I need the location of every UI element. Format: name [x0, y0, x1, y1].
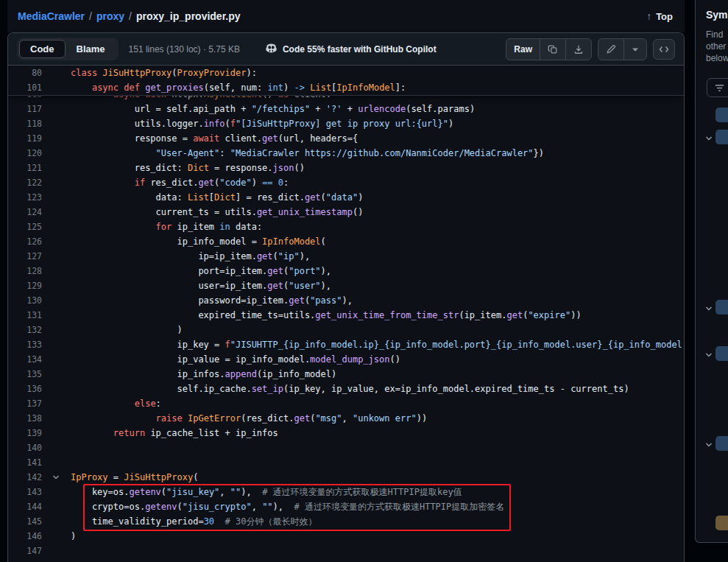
- line-number-124[interactable]: 124: [8, 205, 46, 219]
- symbols-panel-title: Sym: [706, 9, 728, 21]
- line-number-134[interactable]: 134: [8, 352, 46, 367]
- line-number-142[interactable]: 142: [8, 470, 46, 485]
- toolbar-actions: Raw: [506, 38, 675, 60]
- tab-blame[interactable]: Blame: [66, 40, 116, 58]
- line-number-119[interactable]: 119: [8, 131, 46, 146]
- line-number-130[interactable]: 130: [8, 293, 46, 308]
- chevron-down-icon[interactable]: [704, 349, 713, 358]
- line-number-137[interactable]: 137: [8, 396, 46, 411]
- line-number-147[interactable]: 147: [8, 544, 46, 558]
- code-text: utils.logger.info(f"[JiSuHttpProxy] get …: [71, 116, 453, 131]
- copy-button[interactable]: [540, 39, 566, 60]
- line-number-125[interactable]: 125: [8, 219, 46, 234]
- fold-toggle-142[interactable]: [46, 470, 71, 485]
- file-toolbar: Code Blame 151 lines (130 loc) · 5.75 KB…: [8, 33, 684, 66]
- line-number-141[interactable]: 141: [8, 455, 46, 470]
- chevron-down-icon[interactable]: [704, 439, 713, 448]
- line-number-129[interactable]: 129: [8, 278, 46, 293]
- code-line-129: 129 user=ip_item.get("user"),: [8, 278, 684, 293]
- code-text: for ip_item in data:: [71, 219, 262, 234]
- code-line-135: 135 ip_infos.append(ip_info_model): [8, 367, 684, 382]
- copilot-icon: [265, 43, 278, 55]
- line-number-135[interactable]: 135: [8, 367, 46, 382]
- line-number-117[interactable]: 117: [8, 102, 46, 116]
- line-number-143[interactable]: 143: [8, 485, 46, 499]
- raw-button[interactable]: Raw: [506, 39, 540, 60]
- line-number-132[interactable]: 132: [8, 323, 46, 337]
- line-number-126[interactable]: 126: [8, 234, 46, 249]
- file-container: Code Blame 151 lines (130 loc) · 5.75 KB…: [7, 32, 685, 562]
- chevron-down-icon[interactable]: [704, 133, 713, 141]
- edit-button[interactable]: [598, 39, 624, 60]
- code-line-133: 133 ip_key = f"JISUHTTP_{ip_info_model.i…: [8, 337, 684, 352]
- symbols-toggle-button[interactable]: [653, 39, 675, 60]
- line-number-127[interactable]: 127: [8, 249, 46, 264]
- line-number-131[interactable]: 131: [8, 308, 46, 323]
- code-text: ): [71, 323, 183, 337]
- breadcrumb-repo-link[interactable]: MediaCrawler: [18, 10, 85, 22]
- fold-gutter: [46, 249, 71, 264]
- fold-gutter: [46, 66, 71, 80]
- code-text: "User-Agent": "MediaCrawler https://gith…: [71, 146, 544, 161]
- line-number-136[interactable]: 136: [8, 382, 46, 396]
- code-text: user=ip_item.get("user"),: [71, 278, 331, 293]
- line-number-121[interactable]: 121: [8, 161, 46, 175]
- code-line-121: 121 res_dict: Dict = response.json(): [8, 161, 684, 175]
- code-line-130: 130 password=ip_item.get("pass"),: [8, 293, 684, 308]
- symbols-panel-description: Findotherbelow: [706, 29, 728, 64]
- fold-gutter: [46, 514, 71, 529]
- edit-group: [598, 38, 647, 60]
- code-text: async def get_proxies(self, num: int) ->…: [71, 80, 406, 95]
- line-number-120[interactable]: 120: [8, 146, 46, 161]
- line-number-128[interactable]: 128: [8, 264, 46, 278]
- line-number-101[interactable]: 101: [8, 80, 46, 95]
- code-text: return ip_cache_list + ip_infos: [71, 426, 278, 440]
- download-button[interactable]: [566, 39, 591, 60]
- fold-gutter: [46, 308, 71, 323]
- code-line-134: 134 ip_value = ip_info_model.model_dump_…: [8, 352, 684, 367]
- fold-gutter: [46, 352, 71, 367]
- fold-gutter: [46, 116, 71, 131]
- fold-gutter: [46, 323, 71, 337]
- fold-gutter: [46, 161, 71, 175]
- code-text: current_ts = utils.get_unix_timestamp(): [71, 205, 363, 219]
- code-line-117: 117 url = self.api_path + "/fetchips" + …: [8, 102, 684, 116]
- code-line-80: 80class JiSuHttpProxy(ProxyProvider):: [8, 66, 684, 80]
- symbols-filter-input[interactable]: [707, 78, 728, 97]
- code-text: if res_dict.get("code") == 0:: [71, 175, 289, 190]
- line-number-122[interactable]: 122: [8, 175, 46, 190]
- line-number-138[interactable]: 138: [8, 411, 46, 426]
- symbol-item-1[interactable]: [715, 108, 728, 122]
- line-number-80[interactable]: 80: [8, 66, 46, 80]
- line-number-133[interactable]: 133: [8, 337, 46, 352]
- code-line-123: 123 data: List[Dict] = res_dict.get("dat…: [8, 190, 684, 205]
- symbol-item-3[interactable]: [715, 300, 728, 315]
- code-line-132: 132 ): [8, 323, 684, 337]
- chevron-down-icon: [704, 304, 713, 313]
- raw-actions-group: Raw: [506, 38, 592, 60]
- code-text: self.ip_cache.set_ip(ip_key, ip_value, e…: [71, 382, 629, 396]
- symbol-item-2[interactable]: [715, 130, 728, 144]
- symbol-item-5[interactable]: [715, 436, 728, 451]
- line-number-146[interactable]: 146: [8, 529, 46, 544]
- line-number-118[interactable]: 118: [8, 116, 46, 131]
- line-number-145[interactable]: 145: [8, 514, 46, 529]
- line-number-144[interactable]: 144: [8, 499, 46, 514]
- line-number-123[interactable]: 123: [8, 190, 46, 205]
- chevron-down-icon[interactable]: [704, 303, 713, 312]
- breadcrumb-dir-link[interactable]: proxy: [96, 10, 124, 22]
- line-number-139[interactable]: 139: [8, 426, 46, 440]
- edit-dropdown-button[interactable]: [624, 39, 646, 60]
- fold-gutter: [46, 175, 71, 190]
- back-to-top-button[interactable]: ↑ Top: [646, 10, 673, 22]
- tab-code[interactable]: Code: [19, 40, 66, 58]
- code-text: time_validity_period=30 # 30分钟（最长时效）: [71, 514, 317, 529]
- code-text: url = self.api_path + "/fetchips" + '?' …: [71, 102, 475, 116]
- code-text: IpProxy = JiSuHttpProxy(: [71, 470, 198, 485]
- code-line-145: 145 time_validity_period=30 # 30分钟（最长时效）: [8, 514, 684, 529]
- line-number-140[interactable]: 140: [8, 440, 46, 455]
- pencil-icon: [606, 44, 616, 55]
- symbol-item-4[interactable]: [715, 346, 728, 361]
- symbol-item-6[interactable]: [715, 516, 728, 530]
- fold-gutter: [46, 544, 71, 558]
